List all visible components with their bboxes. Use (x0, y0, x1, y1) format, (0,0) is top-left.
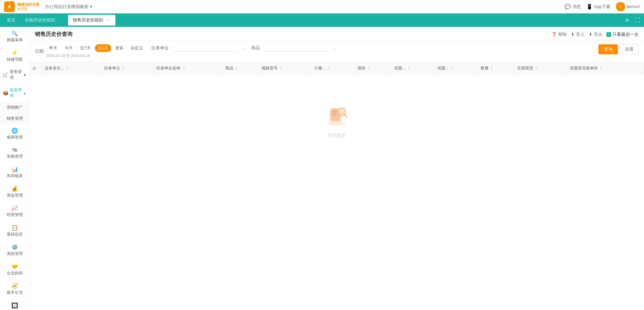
sort-icon: ⇅ (490, 66, 493, 70)
help-icon: ❓ (551, 32, 557, 37)
sort-icon: ⇅ (368, 66, 370, 70)
date-btn-7days[interactable]: 近7天 (77, 44, 94, 52)
sidebar-item-purchase[interactable]: 🛍 采购管理 (0, 144, 29, 163)
party-filter-group: 往来单位 ... (151, 44, 246, 52)
party-search-icon[interactable]: ... (241, 45, 246, 51)
settings-button[interactable]: 设置 (620, 44, 639, 54)
th-discount2[interactable]: 优惠... ⇅ (435, 62, 478, 75)
page-header: 销售历史价查询 ❓ 帮助 ⬆ 导入 ⬇ 导出 ✓ 只看最后一次 (30, 27, 644, 41)
th-no-tax-price[interactable]: 优惠前无税单价 ⇅ (567, 62, 644, 75)
th-biz-date[interactable]: 业务发生... ⇅ (42, 62, 101, 75)
date-btn-custom[interactable]: 自定义 (128, 44, 146, 52)
th-price[interactable]: 报价 ⇅ (355, 62, 391, 75)
sidebar-item-guide[interactable]: 🧭 新手引导 (0, 279, 29, 299)
date-buttons-section: 昨天 今天 近7天 近1月 更多 自定义 2023-02-18 至 2023-0… (46, 44, 146, 58)
goods-search-icon[interactable]: ... (332, 45, 337, 51)
help-button[interactable]: ❓ 帮助 (551, 32, 567, 38)
goods-input[interactable] (263, 44, 330, 52)
date-btn-1month[interactable]: 近1月 (95, 44, 111, 52)
close-all-tabs-button[interactable]: ✕ (624, 16, 631, 25)
tab-purchase[interactable]: 采购历史价跟踪 × (20, 15, 67, 25)
party-filter-label: 往来单位 (151, 45, 169, 51)
empty-illustration (323, 102, 350, 128)
sort-icon: ⇅ (450, 66, 453, 70)
th-unit[interactable]: 计量... ⇅ (312, 62, 355, 75)
tab-purchase-close[interactable]: × (57, 17, 63, 23)
tab-sales[interactable]: 销售历史价跟踪 × (68, 15, 115, 25)
guide-icon: 🧭 (1, 283, 28, 289)
sidebar-item-retail[interactable]: 🛒 零售管理 ▼ (0, 66, 29, 84)
main-layout: 🔍 搜索菜单 ⚡ 快捷导航 🛒 零售管理 ▼ 📦 批发管理 ▲ 营销推广 销售管… (0, 27, 644, 310)
sidebar-item-operations[interactable]: 📈 经营管理 (0, 202, 29, 221)
goods-filter-label: 商品 (251, 45, 260, 51)
sort-icon: ⇅ (235, 66, 238, 70)
svg-rect-4 (332, 113, 336, 113)
date-btn-today[interactable]: 今天 (62, 44, 76, 52)
last-only-checkbox[interactable]: ✓ 只看最后一次 (606, 32, 639, 38)
table-settings-icon[interactable]: ⚙ (32, 66, 37, 71)
app-logo: 6 (4, 1, 15, 12)
app-download-button[interactable]: 📱 App下载 (586, 4, 610, 10)
svg-rect-5 (332, 114, 337, 115)
user-menu[interactable]: D demo2 (616, 2, 640, 11)
page-title: 销售历史价查询 (35, 31, 72, 38)
search-icon: 🔍 (1, 30, 28, 37)
date-buttons: 昨天 今天 近7天 近1月 更多 自定义 (46, 44, 146, 52)
filter-actions: 查询 设置 (598, 44, 639, 54)
th-discount1[interactable]: 优惠... ⇅ (391, 62, 435, 75)
message-icon: 💬 (565, 4, 571, 10)
chevron-up-icon: ▲ (23, 91, 26, 95)
party-input[interactable] (171, 44, 238, 52)
table-header-row: ⚙ 业务发生... ⇅ 往来单位 ⇅ 往来单位名称 ⇅ (30, 62, 644, 75)
date-range-display: 2023-02-18 至 2023-03-18 (46, 53, 146, 58)
company-selector[interactable]: 办公用品行业模拟账套 ▾ (42, 2, 95, 11)
app-logo-text: 6 (8, 4, 11, 9)
fullscreen-button[interactable]: ⛶ (633, 16, 641, 24)
date-filter-label: 日期 (35, 48, 44, 54)
th-goods[interactable]: 商品 ⇅ (222, 62, 259, 75)
top-bar-right: 💬 消息 📱 App下载 D demo2 (565, 2, 640, 11)
sidebar-item-enterprise[interactable]: 🤝 企业协同 (0, 260, 29, 279)
tab-sales-close[interactable]: × (105, 17, 111, 23)
th-quantity[interactable]: 数量 ⇅ (478, 62, 515, 75)
app-center-icon: 🔲 (1, 302, 28, 309)
query-button[interactable]: 查询 (598, 44, 618, 54)
empty-state: 暂无数据 (30, 75, 644, 165)
download-icon: 📱 (586, 4, 593, 10)
date-btn-more[interactable]: 更多 (112, 44, 126, 52)
app-name: 畅捷信好生意 标准版 (17, 2, 40, 11)
export-button[interactable]: ⬇ 导出 (589, 32, 602, 38)
date-btn-yesterday[interactable]: 昨天 (46, 44, 60, 52)
sort-icon: ⇅ (535, 66, 538, 70)
ecommerce-icon: 🌐 (1, 127, 28, 134)
th-spec[interactable]: 规格型号 ⇅ (259, 62, 312, 75)
filter-bar: 日期 昨天 今天 近7天 近1月 更多 自定义 2023-02-18 至 202… (30, 41, 644, 62)
enterprise-icon: 🤝 (1, 263, 28, 270)
sidebar-item-shortcuts[interactable]: ⚡ 快捷导航 (0, 46, 29, 66)
date-filter-group: 日期 昨天 今天 近7天 近1月 更多 自定义 2023-02-18 至 202… (35, 44, 146, 58)
th-trade-type[interactable]: 交易类型 ⇅ (514, 62, 567, 75)
sidebar-item-marketing[interactable]: 营销推广 (0, 102, 29, 113)
sort-icon: ⇅ (66, 66, 68, 70)
import-icon: ⬆ (571, 32, 575, 37)
sidebar-item-system[interactable]: ⚙️ 系统管理 (0, 241, 29, 260)
sidebar-item-app-center[interactable]: 🔲 应用中心 (0, 299, 29, 310)
sidebar-item-sales-mgmt[interactable]: 销售管理 (0, 113, 29, 124)
page-header-actions: ❓ 帮助 ⬆ 导入 ⬇ 导出 ✓ 只看最后一次 (551, 32, 639, 38)
sidebar-item-basic[interactable]: 📋 基础信息 (0, 221, 29, 241)
sidebar-item-wholesale[interactable]: 📦 批发管理 ▲ (0, 84, 29, 102)
tab-home[interactable]: 首页 (3, 15, 19, 25)
sidebar-item-ecommerce[interactable]: 🌐 电商管理 (0, 124, 29, 144)
sidebar-item-finance[interactable]: 💰 资金管理 (0, 182, 29, 202)
message-button[interactable]: 💬 消息 (565, 4, 581, 10)
avatar: D (616, 2, 625, 11)
import-button[interactable]: ⬆ 导入 (571, 32, 585, 38)
th-settings: ⚙ (30, 62, 42, 75)
checkbox-icon: ✓ (606, 32, 611, 37)
th-party-code[interactable]: 往来单位 ⇅ (101, 62, 154, 75)
th-party-name[interactable]: 往来单位名称 ⇅ (154, 62, 222, 75)
data-table: ⚙ 业务发生... ⇅ 往来单位 ⇅ 往来单位名称 ⇅ (30, 62, 644, 75)
sidebar-item-inventory[interactable]: 📊 库存核算 (0, 163, 29, 182)
sidebar-item-search[interactable]: 🔍 搜索菜单 (0, 27, 29, 46)
tab-bar: 首页 采购历史价跟踪 × 销售历史价跟踪 × ✕ ⛶ (0, 13, 644, 27)
